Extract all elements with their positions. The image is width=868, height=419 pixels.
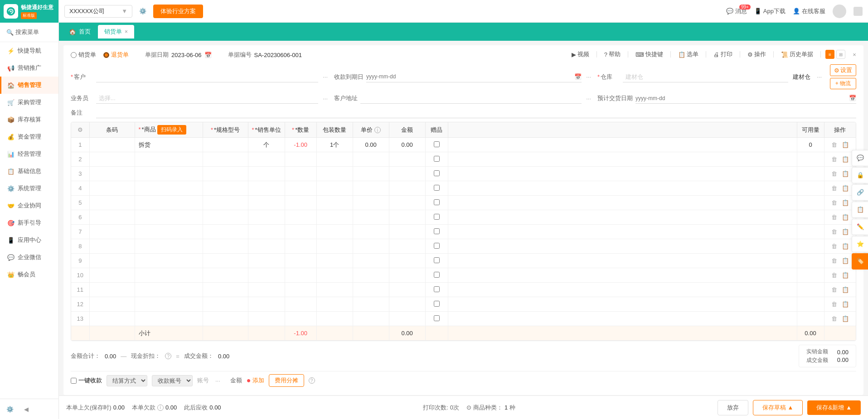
th-config[interactable]: ⚙ <box>71 122 89 138</box>
row-price[interactable] <box>353 152 389 167</box>
row-amount[interactable]: 0.00 <box>389 138 425 152</box>
copy-row-btn[interactable]: 📋 <box>842 170 849 177</box>
row-amount[interactable] <box>389 312 425 326</box>
copy-row-btn[interactable]: 📋 <box>842 228 849 235</box>
row-barcode[interactable] <box>89 254 135 268</box>
row-unit[interactable] <box>248 181 285 196</box>
price-info-icon[interactable]: i <box>374 127 381 133</box>
row-price[interactable] <box>353 225 389 239</box>
row-amount[interactable] <box>389 239 425 254</box>
row-barcode[interactable] <box>89 181 135 196</box>
payment-due-input[interactable] <box>366 73 572 80</box>
row-unit[interactable] <box>248 254 285 268</box>
settings-btn[interactable]: ⚙️ <box>136 5 150 18</box>
row-price[interactable] <box>353 167 389 181</box>
gift-checkbox[interactable] <box>434 156 440 162</box>
row-qty[interactable] <box>285 152 316 167</box>
gift-checkbox[interactable] <box>434 243 440 249</box>
gift-checkbox[interactable] <box>434 257 440 263</box>
row-unit[interactable] <box>248 312 285 326</box>
row-barcode[interactable] <box>89 312 135 326</box>
row-pkgqty[interactable] <box>316 225 353 239</box>
sidebar-item-sales[interactable]: 🏠销售管理 <box>0 77 58 94</box>
tab-sale-order[interactable]: 销货单 × <box>98 25 134 39</box>
row-price[interactable] <box>353 210 389 225</box>
row-barcode[interactable] <box>89 268 135 283</box>
row-unit[interactable] <box>248 225 285 239</box>
scan-btn[interactable]: 扫码录入 <box>157 125 186 135</box>
print-btn[interactable]: 🖨 打印 <box>711 49 735 60</box>
row-unit[interactable] <box>248 196 285 210</box>
row-amount[interactable] <box>389 254 425 268</box>
row-goods[interactable] <box>135 152 203 167</box>
copy-row-btn[interactable]: 📋 <box>842 185 849 192</box>
row-spec[interactable] <box>203 196 248 210</box>
copy-row-btn[interactable]: 📋 <box>842 301 849 308</box>
row-price[interactable] <box>353 181 389 196</box>
row-gift[interactable] <box>425 254 448 268</box>
sidebar-item-enterprise[interactable]: 🤝企业协同 <box>0 197 58 214</box>
radio-return[interactable] <box>103 52 109 58</box>
sidebar-item-newbie[interactable]: 🎯新手引导 <box>0 214 58 231</box>
row-spec[interactable] <box>203 167 248 181</box>
row-qty[interactable] <box>285 167 316 181</box>
tab-home[interactable]: 🏠 首页 <box>63 25 97 39</box>
row-price[interactable] <box>353 196 389 210</box>
logistics-btn[interactable]: + 物流 <box>830 78 856 89</box>
row-qty[interactable] <box>285 312 316 326</box>
gift-checkbox[interactable] <box>434 199 440 205</box>
row-qty[interactable] <box>285 283 316 297</box>
one-click-checkbox[interactable] <box>71 378 77 384</box>
copy-row-btn[interactable]: 📋 <box>842 243 849 250</box>
row-barcode[interactable] <box>89 196 135 210</box>
save-draft-btn[interactable]: 保存草稿 ▲ <box>753 400 803 415</box>
copy-row-btn[interactable]: 📋 <box>842 199 849 206</box>
tab-close-icon[interactable]: × <box>125 29 128 35</box>
expense-info-icon[interactable]: ? <box>309 377 315 384</box>
row-price[interactable]: 0.00 <box>353 138 389 152</box>
row-amount[interactable] <box>389 167 425 181</box>
rfloat-tag-btn[interactable]: 🏷️ <box>852 253 868 270</box>
row-pkgqty[interactable] <box>316 167 353 181</box>
delete-row-btn[interactable]: 🗑 <box>831 199 837 206</box>
delivery-date[interactable]: 📅 <box>635 93 856 104</box>
row-unit[interactable] <box>248 283 285 297</box>
delete-row-btn[interactable]: 🗑 <box>831 257 837 264</box>
row-barcode[interactable] <box>89 152 135 167</box>
row-price[interactable] <box>353 283 389 297</box>
sidebar-item-inventory[interactable]: 📦库存核算 <box>0 111 58 128</box>
rfloat-link-btn[interactable]: 🔗 <box>852 184 868 201</box>
row-barcode[interactable] <box>89 297 135 312</box>
gift-checkbox[interactable] <box>434 141 440 147</box>
row-price[interactable] <box>353 297 389 312</box>
row-unit[interactable] <box>248 152 285 167</box>
row-pkgqty[interactable]: 1个 <box>316 138 353 152</box>
row-unit[interactable] <box>248 268 285 283</box>
row-barcode[interactable] <box>89 283 135 297</box>
warehouse-input[interactable] <box>623 72 788 82</box>
user-avatar[interactable] <box>833 5 846 18</box>
row-gift[interactable] <box>425 283 448 297</box>
delete-row-btn[interactable]: 🗑 <box>831 243 837 250</box>
customer-more-btn[interactable]: ··· <box>321 73 330 80</box>
row-spec[interactable] <box>203 312 248 326</box>
row-unit[interactable]: 个 <box>248 138 285 152</box>
sidebar-item-quick-nav[interactable]: ⚡快捷导航 <box>0 42 58 59</box>
settings-side-btn[interactable]: ⚙设置 <box>830 64 856 76</box>
row-price[interactable] <box>353 239 389 254</box>
row-goods[interactable] <box>135 283 203 297</box>
row-goods[interactable] <box>135 268 203 283</box>
row-pkgqty[interactable] <box>316 239 353 254</box>
row-barcode[interactable] <box>89 138 135 152</box>
row-spec[interactable] <box>203 225 248 239</box>
settlement-method-select[interactable]: 结算方式 <box>107 375 147 386</box>
gift-checkbox[interactable] <box>434 315 440 321</box>
row-spec[interactable] <box>203 283 248 297</box>
discard-btn[interactable]: 放弃 <box>718 400 748 415</box>
operations-btn[interactable]: ⚙ 操作 <box>745 49 769 60</box>
row-gift[interactable] <box>425 297 448 312</box>
salesperson-more-btn[interactable]: ··· <box>321 95 330 102</box>
due-info-icon[interactable]: i <box>157 405 164 411</box>
row-qty[interactable]: -1.00 <box>285 138 316 152</box>
copy-row-btn[interactable]: 📋 <box>842 272 849 279</box>
